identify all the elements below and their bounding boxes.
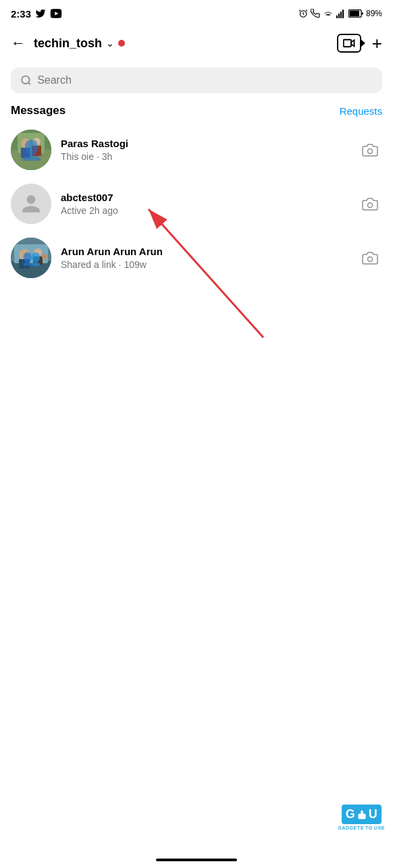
status-bar: 2:33 89% [0, 0, 393, 24]
svg-rect-3 [340, 11, 342, 18]
messages-header: Messages Requests [0, 101, 393, 123]
video-camera-icon [343, 38, 355, 48]
avatar-image-arun [11, 238, 51, 278]
svg-rect-4 [342, 9, 344, 18]
conv-preview-paras: This oie · 3h [61, 151, 358, 162]
svg-point-14 [32, 138, 41, 146]
watermark-joystick-icon [357, 809, 367, 820]
svg-point-17 [368, 203, 373, 208]
svg-rect-24 [33, 256, 43, 265]
svg-rect-7 [344, 40, 351, 47]
phone-icon [311, 9, 320, 18]
svg-point-26 [368, 257, 373, 262]
avatar-image-paras [11, 130, 51, 170]
svg-rect-1 [336, 16, 338, 18]
youtube-icon [50, 9, 62, 18]
header: ← techin_tosh ⌄ + [0, 24, 393, 62]
avatar-arun [11, 238, 51, 278]
header-left: ← techin_tosh ⌄ [11, 34, 125, 52]
avatar-abctest007 [11, 184, 51, 224]
status-left: 2:33 [11, 8, 62, 20]
compose-button[interactable]: + [372, 33, 382, 54]
svg-point-12 [21, 138, 30, 148]
camera-button-abctest007[interactable] [358, 192, 382, 216]
home-indicator [156, 859, 237, 861]
conversation-list: Paras Rastogi This oie · 3h abctest007 A… [0, 123, 393, 285]
watermark-text: GADGETS TO USE [338, 825, 386, 830]
twitter-icon [35, 8, 46, 19]
battery-percent: 89% [366, 9, 382, 18]
online-status-dot [118, 40, 125, 47]
camera-button-paras[interactable] [358, 138, 382, 162]
camera-icon-paras [362, 143, 378, 157]
svg-rect-13 [21, 148, 30, 158]
search-container [0, 62, 393, 101]
default-avatar-icon [20, 193, 42, 215]
status-right: 89% [298, 9, 382, 18]
conv-name-abctest007: abctest007 [61, 192, 358, 203]
svg-point-23 [34, 248, 42, 256]
header-actions: + [337, 33, 382, 54]
svg-rect-6 [350, 11, 359, 16]
battery-icon [348, 9, 363, 18]
username-label: techin_tosh [34, 36, 102, 51]
conv-preview-abctest007: Active 2h ago [61, 205, 358, 216]
svg-rect-2 [338, 13, 340, 18]
alarm-icon [298, 9, 308, 18]
chevron-down-icon: ⌄ [106, 38, 114, 49]
svg-point-31 [361, 810, 363, 812]
avatar-paras [11, 130, 51, 170]
svg-rect-15 [32, 146, 41, 156]
svg-rect-19 [11, 261, 51, 278]
watermark: G U GADGETS TO USE [338, 805, 386, 830]
conv-name-arun: Arun Arun Arun Arun [61, 246, 358, 257]
back-button[interactable]: ← [11, 34, 26, 52]
conversation-item-abctest007[interactable]: abctest007 Active 2h ago [0, 177, 393, 231]
camera-icon-arun [362, 251, 378, 265]
new-video-button[interactable] [337, 34, 361, 53]
username-container[interactable]: techin_tosh ⌄ [34, 36, 125, 51]
svg-point-16 [368, 149, 373, 154]
search-icon [20, 74, 32, 86]
svg-rect-22 [19, 259, 30, 269]
conversation-item-paras[interactable]: Paras Rastogi This oie · 3h [0, 123, 393, 177]
watermark-u: U [369, 807, 377, 821]
messages-label: Messages [11, 104, 66, 117]
svg-point-25 [42, 254, 47, 259]
conversation-item-arun[interactable]: Arun Arun Arun Arun Shared a link · 109w [0, 231, 393, 285]
camera-icon-abctest007 [362, 197, 378, 211]
conv-info-arun: Arun Arun Arun Arun Shared a link · 109w [61, 246, 358, 270]
status-time: 2:33 [11, 8, 31, 20]
conv-info-paras: Paras Rastogi This oie · 3h [61, 138, 358, 162]
conv-info-abctest007: abctest007 Active 2h ago [61, 192, 358, 216]
watermark-g: G [346, 807, 355, 821]
camera-button-arun[interactable] [358, 246, 382, 270]
svg-rect-11 [18, 133, 45, 153]
wifi-icon [323, 9, 334, 18]
search-input[interactable] [37, 74, 373, 86]
signal-icon [336, 9, 346, 18]
svg-point-8 [22, 76, 29, 84]
watermark-logo: G U [342, 805, 382, 824]
svg-rect-10 [11, 150, 51, 170]
conv-preview-arun: Shared a link · 109w [61, 259, 358, 270]
search-bar[interactable] [11, 67, 382, 93]
requests-button[interactable]: Requests [340, 105, 382, 117]
conv-name-paras: Paras Rastogi [61, 138, 358, 149]
svg-point-21 [19, 249, 30, 260]
